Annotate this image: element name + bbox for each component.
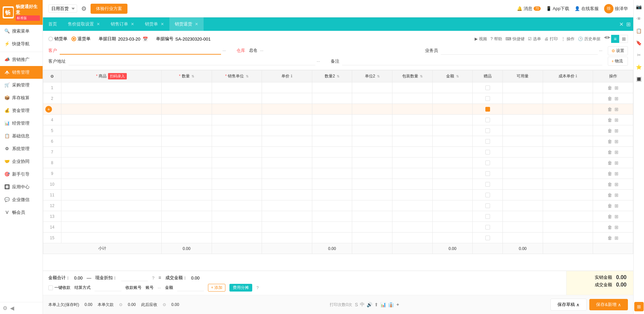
unit2-sort-icon[interactable]: ⇅ (377, 74, 380, 78)
row-qty-6[interactable] (161, 136, 212, 147)
row-cost-7[interactable] (543, 147, 593, 158)
row-gift-13[interactable] (473, 211, 503, 222)
row-qty-3[interactable] (161, 104, 212, 115)
add-button[interactable]: + 添加 (208, 284, 225, 292)
topbar-settings-icon[interactable]: ⚙ (81, 5, 87, 12)
row-amount-2[interactable] (432, 93, 473, 104)
row-pkg-3[interactable] (392, 104, 432, 115)
row-unit-7[interactable] (212, 147, 262, 158)
staff-dots[interactable]: ··· (599, 48, 602, 53)
row-unit2-14[interactable] (352, 222, 392, 233)
trial-button[interactable]: 体验行业方案 (91, 4, 127, 14)
delete-btn-6[interactable]: 🗑 (607, 138, 613, 145)
row-cost-5[interactable] (543, 125, 593, 136)
row-unit-5[interactable] (212, 125, 262, 136)
delete-btn-9[interactable]: 🗑 (607, 170, 613, 177)
row-qty-5[interactable] (161, 125, 212, 136)
one-click-pay-checkbox[interactable] (48, 286, 53, 290)
row-product-2[interactable] (61, 93, 161, 104)
row-available-4[interactable] (503, 115, 543, 125)
row-qty-7[interactable] (161, 147, 212, 158)
delete-btn-13[interactable]: 🗑 (607, 213, 613, 220)
sidebar-item-sales[interactable]: 销售管理 (0, 66, 43, 79)
row-qty2-5[interactable] (312, 125, 352, 136)
row-unit2-4[interactable] (352, 115, 392, 125)
delete-btn-7[interactable]: 🗑 (607, 149, 613, 155)
copy-btn-12[interactable]: ⊞ (614, 202, 619, 209)
copy-btn-15[interactable]: ⊞ (614, 235, 619, 241)
gift-checkbox-2[interactable] (485, 96, 490, 101)
row-unit2-5[interactable] (352, 125, 392, 136)
row-price-11[interactable] (262, 190, 312, 200)
row-gift-4[interactable] (473, 115, 503, 125)
row-amount-14[interactable] (432, 222, 473, 233)
row-op-9[interactable]: 🗑 ⊞ (593, 168, 633, 179)
gift-checkbox-6[interactable] (485, 139, 490, 144)
row-qty-12[interactable] (161, 200, 212, 211)
row-cost-12[interactable] (543, 200, 593, 211)
row-amount-15[interactable] (432, 233, 473, 243)
sidebar-item-newbie[interactable]: 🎯 新手引导 (0, 168, 43, 181)
row-qty-2[interactable] (161, 93, 212, 104)
sidebar-item-quick[interactable]: ⚡ 快捷导航 (0, 38, 43, 50)
settle-method-input[interactable] (95, 285, 121, 291)
row-gift-7[interactable] (473, 147, 503, 158)
row-unit2-7[interactable] (352, 147, 392, 158)
row-op-15[interactable]: 🗑 ⊞ (593, 233, 633, 243)
app-download-item[interactable]: 📱 App下载 (546, 6, 569, 12)
row-amount-7[interactable] (432, 147, 473, 158)
row-op-6[interactable]: 🗑 ⊞ (593, 136, 633, 147)
row-price-14[interactable] (262, 222, 312, 233)
collapse-icon[interactable]: ◀ (10, 305, 14, 311)
row-available-15[interactable] (503, 233, 543, 243)
copy-btn-5[interactable]: ⊞ (614, 127, 619, 134)
row-op-10[interactable]: 🗑 ⊞ (593, 179, 633, 190)
row-unit2-2[interactable] (352, 93, 392, 104)
gift-checkbox-1[interactable] (485, 85, 490, 90)
sidebar-item-finance[interactable]: 💰 资金管理 (0, 104, 43, 117)
row-pkg-6[interactable] (392, 136, 432, 147)
row-unit-12[interactable] (212, 200, 262, 211)
industry-select[interactable]: 日用百货 (48, 4, 77, 13)
tab-home[interactable]: 首页 (43, 17, 62, 31)
row-price-1[interactable] (262, 82, 312, 93)
tab-price-settings-close[interactable]: ✕ (97, 22, 100, 26)
action-print[interactable]: 🖨 打印 (544, 36, 558, 42)
row-qty-9[interactable] (161, 168, 212, 179)
delete-btn-3[interactable]: 🗑 (607, 106, 613, 113)
row-available-5[interactable] (503, 125, 543, 136)
delete-btn-12[interactable]: 🗑 (607, 202, 613, 209)
copy-btn-6[interactable]: ⊞ (614, 138, 619, 145)
row-price-13[interactable] (262, 211, 312, 222)
row-available-1[interactable] (503, 82, 543, 93)
row-price-6[interactable] (262, 136, 312, 147)
row-cost-14[interactable] (543, 222, 593, 233)
delete-btn-14[interactable]: 🗑 (607, 224, 613, 231)
price-info-icon[interactable]: ℹ (291, 74, 292, 78)
row-amount-4[interactable] (432, 115, 473, 125)
delete-btn-5[interactable]: 🗑 (607, 127, 613, 134)
account-dots[interactable]: ··· (158, 286, 161, 290)
grid-view-btn[interactable]: ⊞ (620, 35, 628, 43)
gift-checkbox-5[interactable] (485, 128, 490, 133)
row-gift-10[interactable] (473, 179, 503, 190)
row-cost-15[interactable] (543, 233, 593, 243)
row-unit-3[interactable] (212, 104, 262, 115)
row-op-7[interactable]: 🗑 ⊞ (593, 147, 633, 158)
row-cost-13[interactable] (543, 211, 593, 222)
remark-input[interactable] (342, 57, 602, 65)
sidebar-item-wechat[interactable]: 💬 企业微信 (0, 193, 43, 206)
row-qty2-11[interactable] (312, 190, 352, 200)
action-shortcuts[interactable]: ⌨ 快捷键 (505, 36, 525, 42)
settings-bottom-icon[interactable]: ⚙ (3, 305, 7, 311)
row-op-8[interactable]: 🗑 ⊞ (593, 158, 633, 168)
user-item[interactable]: 徐 徐泽华 (604, 4, 628, 13)
row-cost-4[interactable] (543, 115, 593, 125)
row-available-9[interactable] (503, 168, 543, 179)
right-panel-bottom-icon[interactable]: ⊞ (634, 302, 644, 311)
row-gift-9[interactable] (473, 168, 503, 179)
qty2-sort-icon[interactable]: ⇅ (337, 74, 339, 78)
right-panel-icon-1[interactable]: 📷 (635, 3, 643, 11)
row-unit-10[interactable] (212, 179, 262, 190)
row-amount-3[interactable] (432, 104, 473, 115)
